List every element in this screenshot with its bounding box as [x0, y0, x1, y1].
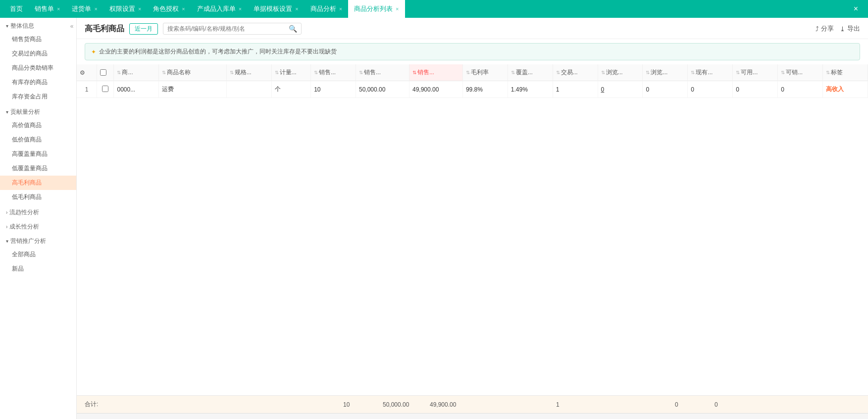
nav-permission-settings[interactable]: 权限设置 × [103, 0, 147, 18]
col-views1[interactable]: ⇅浏览... [598, 64, 643, 81]
row-available-stock: 0 [733, 81, 778, 98]
sidebar-group-contribution[interactable]: ▾ 贡献量分析 [0, 104, 76, 118]
search-icon[interactable]: 🔍 [289, 25, 297, 33]
sidebar: « ▾ 整体信息 销售货商品 交易过的商品 商品分类助销率 有库存的商品 库存资… [0, 18, 77, 419]
close-product-analysis-icon[interactable]: × [339, 6, 342, 12]
sidebar-item-high-coverage[interactable]: 高覆盖量商品 [0, 147, 76, 161]
footer-current-stock: 0 [672, 401, 712, 408]
sidebar-item-new-goods[interactable]: 新品 [0, 262, 76, 276]
col-gross-margin[interactable]: ⇅毛利率 [462, 64, 508, 81]
col-settings[interactable]: ⚙ [77, 64, 97, 81]
growth-arrow-icon: › [6, 224, 7, 230]
sidebar-item-inventory-capital[interactable]: 库存资金占用 [0, 90, 76, 104]
row-current-stock: 0 [688, 81, 733, 98]
footer-total: 合计: 10 50,000.00 49,900.00 1 0 0 [77, 395, 868, 413]
row-gross-margin: 99.8% [462, 81, 508, 98]
row-sales-count: 10 [311, 81, 356, 98]
sidebar-group-trend[interactable]: › 流趋性分析 [0, 204, 76, 219]
close-template-icon[interactable]: × [295, 6, 298, 12]
export-icon: ⤓ [840, 25, 845, 33]
sidebar-item-all-goods[interactable]: 全部商品 [0, 247, 76, 262]
col-checkbox[interactable] [97, 64, 114, 81]
row-views1[interactable]: 0 [598, 81, 643, 98]
nav-purchase-order[interactable]: 进货单 × [66, 0, 103, 18]
nav-product-analysis[interactable]: 商品分析 × [305, 0, 348, 18]
row-transactions: 1 [553, 81, 598, 98]
footer-cells: 10 50,000.00 49,900.00 1 0 0 [134, 401, 751, 408]
close-permission-icon[interactable]: × [138, 6, 141, 12]
row-checkbox[interactable] [102, 86, 108, 92]
col-tag[interactable]: ⇅标签 [823, 64, 868, 81]
product-table: ⚙ ⇅商... ⇅商品名称 ⇅规格... [77, 64, 868, 98]
close-sales-order-icon[interactable]: × [57, 6, 60, 12]
col-available-stock[interactable]: ⇅可用... [733, 64, 778, 81]
col-sales-profit[interactable]: ⇅销售... [409, 64, 462, 81]
select-all-checkbox[interactable] [100, 69, 106, 76]
overall-arrow-icon: ▾ [6, 23, 8, 29]
nav-template-settings[interactable]: 单据模板设置 × [248, 0, 304, 18]
share-button[interactable]: ⤴ 分享 [816, 24, 834, 33]
row-tag: 高收入 [823, 81, 868, 98]
row-views2: 0 [643, 81, 688, 98]
sidebar-item-low-value[interactable]: 低价值商品 [0, 133, 76, 147]
sidebar-collapse-button[interactable]: « [67, 22, 76, 31]
row-code: 0000... [114, 81, 159, 98]
export-button[interactable]: ⤓ 导出 [840, 24, 860, 33]
col-code[interactable]: ⇅商... [114, 64, 159, 81]
nav-product-analysis-list[interactable]: 商品分析列表 × [348, 0, 405, 18]
close-window-button[interactable]: × [848, 4, 864, 13]
sidebar-group-marketing[interactable]: ▾ 营销推广分析 [0, 233, 76, 247]
search-box: 🔍 [163, 23, 302, 35]
col-sales-amount[interactable]: ⇅销售... [356, 64, 409, 81]
content-header: 高毛利商品 近一月 🔍 ⤴ 分享 ⤓ 导出 [77, 18, 868, 39]
sidebar-item-high-value[interactable]: 高价值商品 [0, 118, 76, 133]
horizontal-scrollbar[interactable] [77, 413, 868, 419]
footer-sales-profit: 49,900.00 [427, 401, 474, 408]
sidebar-item-category-sales-rate[interactable]: 商品分类助销率 [0, 61, 76, 75]
col-saleable-stock[interactable]: ⇅可销... [778, 64, 823, 81]
sidebar-group-overall[interactable]: ▾ 整体信息 [0, 18, 76, 32]
sidebar-group-growth[interactable]: › 成长性分析 [0, 219, 76, 233]
close-product-analysis-list-icon[interactable]: × [396, 6, 399, 12]
row-unit: 个 [271, 81, 311, 98]
nav-home[interactable]: 首页 [4, 0, 29, 18]
filter-recent-month-button[interactable]: 近一月 [129, 23, 158, 35]
sidebar-item-high-margin[interactable]: 高毛利商品 [0, 176, 76, 190]
nav-sales-order[interactable]: 销售单 × [29, 0, 66, 18]
col-sales-count[interactable]: ⇅销售... [311, 64, 356, 81]
row-name: 运费 [159, 81, 226, 98]
footer-sales-amount: 50,000.00 [380, 401, 427, 408]
info-icon: ✦ [91, 48, 96, 55]
search-input[interactable] [167, 25, 286, 32]
row-spec [226, 81, 271, 98]
table-header-row: ⚙ ⇅商... ⇅商品名称 ⇅规格... [77, 64, 868, 81]
nav-role-auth[interactable]: 角色授权 × [147, 0, 191, 18]
col-current-stock[interactable]: ⇅现有... [688, 64, 733, 81]
footer-label: 合计: [85, 400, 134, 409]
contribution-arrow-icon: ▾ [6, 109, 8, 115]
sidebar-item-traded-goods[interactable]: 交易过的商品 [0, 47, 76, 61]
footer-available-stock: 0 [712, 401, 751, 408]
col-transactions[interactable]: ⇅交易... [553, 64, 598, 81]
content-area: 高毛利商品 近一月 🔍 ⤴ 分享 ⤓ 导出 ✦ 企业的主要的利润都是这部分商品创… [77, 18, 868, 419]
col-coverage[interactable]: ⇅覆盖... [508, 64, 553, 81]
nav-product-inbound[interactable]: 产成品入库单 × [191, 0, 248, 18]
col-unit[interactable]: ⇅计量... [271, 64, 311, 81]
col-spec[interactable]: ⇅规格... [226, 64, 271, 81]
share-icon: ⤴ [816, 25, 819, 33]
col-name[interactable]: ⇅商品名称 [159, 64, 226, 81]
header-actions: ⤴ 分享 ⤓ 导出 [816, 24, 860, 33]
sidebar-item-low-margin[interactable]: 低毛利商品 [0, 190, 76, 204]
marketing-arrow-icon: ▾ [6, 238, 8, 244]
table-row: 1 0000... 运费 个 10 50,000.00 49,900.00 99… [77, 81, 868, 98]
row-coverage: 1.49% [508, 81, 553, 98]
sidebar-item-low-coverage[interactable]: 低覆盖量商品 [0, 161, 76, 176]
close-purchase-order-icon[interactable]: × [94, 6, 97, 12]
close-role-auth-icon[interactable]: × [182, 6, 185, 12]
info-banner: ✦ 企业的主要的利润都是这部分商品创造的，可考虑加大推广，同时关注库存是不要出现… [85, 43, 860, 60]
col-views2[interactable]: ⇅浏览... [643, 64, 688, 81]
close-product-inbound-icon[interactable]: × [239, 6, 242, 12]
table-container[interactable]: ⚙ ⇅商... ⇅商品名称 ⇅规格... [77, 64, 868, 395]
sidebar-item-stocked-goods[interactable]: 有库存的商品 [0, 75, 76, 90]
sidebar-item-sales-goods[interactable]: 销售货商品 [0, 32, 76, 47]
